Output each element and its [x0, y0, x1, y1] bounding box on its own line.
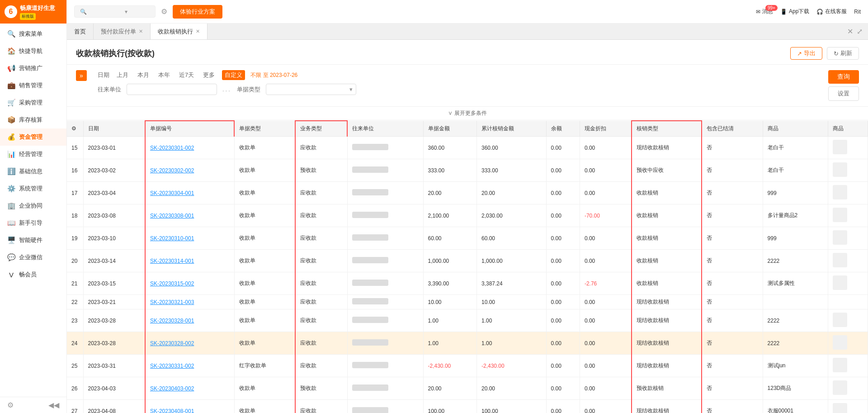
cell-goods-img — [828, 204, 868, 227]
cell-code: SK-20230408-001 — [145, 400, 234, 413]
cell-date: 2023-03-14 — [83, 250, 145, 272]
tab-close-receipt[interactable]: ✕ — [196, 28, 200, 34]
user-name[interactable]: Rit — [854, 9, 861, 15]
cell-verify-type: 预收中应收 — [632, 159, 702, 182]
sidebar-item-operation[interactable]: 📊 经营管理 — [0, 146, 66, 163]
close-tab-icon[interactable]: ✕ — [847, 27, 853, 36]
cell-verified: 3,387.24 — [476, 272, 546, 295]
partner-input[interactable] — [127, 84, 217, 95]
cell-settled: 否 — [702, 309, 763, 332]
date-more[interactable]: 更多 — [201, 70, 217, 80]
message-badge: 99+ — [765, 5, 778, 11]
voucher-label: 单据类型 — [237, 85, 260, 94]
sidebar-item-search[interactable]: 🔍 搜索菜单 — [0, 25, 66, 43]
home-icon: 🏠 — [7, 47, 15, 55]
sidebar-item-quicknav[interactable]: 🏠 快捷导航 — [0, 43, 66, 60]
cell-type: 收款单 — [234, 250, 295, 272]
cell-discount: 0.00 — [580, 377, 632, 400]
tab-receipt[interactable]: 收款核销执行 ✕ — [151, 24, 208, 39]
maximize-icon[interactable]: ⤢ — [857, 27, 863, 36]
sidebar-item-basic[interactable]: ℹ️ 基础信息 — [0, 163, 66, 180]
col-settled: 包含已结清 — [702, 121, 763, 137]
table-row: 26 2023-04-03 SK-20230403-002 收款单 预收款 20… — [67, 377, 868, 400]
gear-icon[interactable]: ⚙ — [161, 7, 167, 16]
cell-code: SK-20230304-001 — [145, 182, 234, 204]
hardware-icon: 🖥️ — [7, 236, 15, 244]
cell-discount: 0.00 — [580, 137, 632, 159]
table-row: 23 2023-03-28 SK-20230328-001 收款单 应收款 1.… — [67, 309, 868, 332]
query-button[interactable]: 查询 — [828, 70, 859, 84]
finance-icon: 💰 — [7, 133, 15, 141]
table-row: 22 2023-03-21 SK-20230321-003 收款单 应收款 10… — [67, 295, 868, 309]
cell-biz-type: 应收款 — [295, 204, 348, 227]
cell-balance: 0.00 — [546, 159, 580, 182]
industry-solution-button[interactable]: 体验行业方案 — [173, 5, 222, 19]
online-service-button[interactable]: 🎧 在线客服 — [816, 8, 847, 15]
sidebar-item-inventory[interactable]: 📦 库存核算 — [0, 111, 66, 128]
date-range-display: 不限 至 2023-07-26 — [250, 71, 297, 79]
col-date: 日期 — [83, 121, 145, 137]
cell-partner — [347, 204, 423, 227]
cell-code: SK-20230331-002 — [145, 355, 234, 377]
cell-verify-type: 现结收款核销 — [632, 137, 702, 159]
sidebar-item-wechat[interactable]: 💬 企业微信 — [0, 249, 66, 266]
settings-button[interactable]: 设置 — [828, 86, 859, 101]
col-discount: 现金折扣 — [580, 121, 632, 137]
sidebar-item-member[interactable]: V 畅会员 — [0, 266, 66, 283]
partner-dots: ... — [222, 86, 231, 93]
headset-icon: 🎧 — [816, 9, 823, 15]
cell-partner — [347, 332, 423, 355]
tab-close-payable[interactable]: ✕ — [139, 28, 143, 34]
expand-more-conditions[interactable]: ∨ 展开更多条件 — [67, 107, 868, 120]
sidebar-item-label: 搜索菜单 — [19, 30, 42, 38]
tab-home[interactable]: 首页 — [67, 24, 94, 39]
sidebar-item-corp[interactable]: 🏢 企业协同 — [0, 197, 66, 214]
cell-no: 23 — [67, 309, 83, 332]
date-this-month[interactable]: 本月 — [136, 70, 151, 80]
col-settings[interactable]: ⚙ — [67, 121, 83, 137]
message-button[interactable]: ✉ 消息 99+ — [756, 8, 773, 15]
export-button[interactable]: ↗ 导出 — [790, 47, 822, 60]
refresh-button[interactable]: ↻ 刷新 — [827, 47, 859, 60]
filter-bar: » 日期 上月 本月 本年 近7天 更多 自定义 不限 至 2023-07-26 — [67, 65, 868, 107]
col-goods: 商品 — [763, 121, 828, 137]
cell-no: 19 — [67, 227, 83, 250]
sidebar-item-guide[interactable]: 📖 新手引导 — [0, 214, 66, 232]
sidebar-item-purchase[interactable]: 🛒 采购管理 — [0, 94, 66, 111]
cell-partner — [347, 377, 423, 400]
date-last-month[interactable]: 上月 — [115, 70, 130, 80]
sidebar-item-system[interactable]: ⚙️ 系统管理 — [0, 180, 66, 197]
logo-title: 畅康道好生意 — [20, 4, 55, 12]
cell-settled: 否 — [702, 272, 763, 295]
date-7days[interactable]: 近7天 — [177, 70, 196, 80]
settings-gear-icon[interactable]: ⚙ — [7, 401, 14, 409]
voucher-type-select[interactable] — [266, 84, 356, 95]
cell-goods: 999 — [763, 227, 828, 250]
cell-settled: 否 — [702, 400, 763, 413]
sidebar-item-sales[interactable]: 💼 销售管理 — [0, 77, 66, 94]
cell-settled: 否 — [702, 182, 763, 204]
date-custom[interactable]: 自定义 — [222, 70, 245, 80]
date-this-year[interactable]: 本年 — [156, 70, 172, 80]
app-download-button[interactable]: 📱 App下载 — [780, 8, 809, 15]
cell-goods: 2222 — [763, 250, 828, 272]
cell-date: 2023-04-08 — [83, 400, 145, 413]
system-icon: ⚙️ — [7, 185, 15, 193]
marketing-icon: 📢 — [7, 64, 15, 72]
cell-no: 15 — [67, 137, 83, 159]
cell-goods-img — [828, 272, 868, 295]
cell-date: 2023-03-28 — [83, 309, 145, 332]
cell-code: SK-20230328-001 — [145, 309, 234, 332]
filter-toggle-button[interactable]: » — [76, 70, 87, 81]
sidebar-item-hardware[interactable]: 🖥️ 智能硬件 — [0, 232, 66, 249]
topbar-search[interactable]: 🔍 ▾ — [74, 5, 156, 18]
table-row: 27 2023-04-08 SK-20230408-001 收款单 应收款 10… — [67, 400, 868, 413]
cell-verify-type: 收款核销 — [632, 182, 702, 204]
sidebar-item-finance[interactable]: 💰 资金管理 — [0, 128, 66, 146]
collapse-icon[interactable]: ◀◀ — [48, 401, 59, 409]
sidebar-item-marketing[interactable]: 📢 营销推广 — [0, 60, 66, 77]
cell-settled: 否 — [702, 137, 763, 159]
guide-icon: 📖 — [7, 219, 15, 227]
tab-payable[interactable]: 预付款应付单 ✕ — [94, 24, 151, 39]
cell-goods-img — [828, 377, 868, 400]
